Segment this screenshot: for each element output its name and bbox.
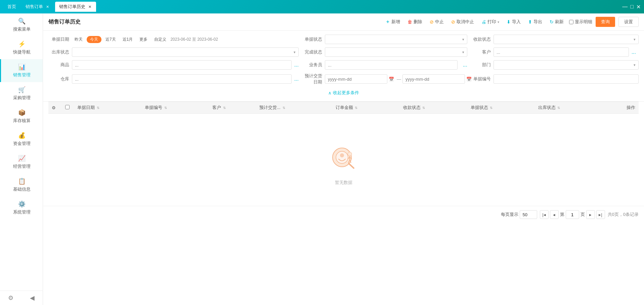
sidebar-bottom: ⚙ ◀ [0,291,43,305]
customer-dots[interactable]: ... [629,49,639,55]
tab-home[interactable]: 首页 [3,2,20,12]
query-button[interactable]: 查询 [596,17,615,27]
calendar-start-icon[interactable]: 📅 [387,77,395,82]
date-1month[interactable]: 近1月 [120,36,136,43]
date-today[interactable]: 今天 [87,36,101,43]
tab-sales-order[interactable]: 销售订单 ✕ [22,2,54,12]
date-custom[interactable]: 自定义 [152,36,169,43]
th-date[interactable]: 单据日期 ⇅ [74,102,141,114]
expected-date-start[interactable] [325,74,387,84]
show-detail-checkbox-label[interactable]: 显示明细 [569,19,592,25]
sidebar-item-finance[interactable]: 💰 资金管理 [0,128,43,151]
last-page-btn[interactable]: ▸| [596,210,605,219]
th-expected-date-label: 预计交货... [259,105,281,110]
data-table: ⚙ 单据日期 ⇅ 单据编号 ⇅ [48,102,639,114]
complete-status-select[interactable]: ▾ [325,47,467,57]
sidebar-item-basic-info[interactable]: 📋 基础信息 [0,174,43,196]
first-page-btn[interactable]: |◂ [540,210,549,219]
delivery-status-label: 出库状态 [48,49,72,55]
svg-line-2 [349,163,354,168]
select-all-checkbox[interactable] [65,105,70,109]
th-order-status[interactable]: 单据状态 ⇅ [467,102,535,114]
delete-button[interactable]: 🗑 删除 [405,17,424,26]
th-operation-label: 操作 [627,105,635,110]
sort-amount-icon: ⇅ [355,106,357,110]
finance-icon: 💰 [18,132,26,139]
order-no-label: 单据编号 [470,76,493,82]
salesperson-dots[interactable]: ... [460,62,470,68]
sidebar-item-operation[interactable]: 📈 经营管理 [0,151,43,174]
filter-order-no-col: 单据编号 [470,74,639,84]
page-size-dropdown[interactable]: 50 100 200 [520,210,537,219]
order-no-input[interactable] [493,74,639,84]
table-settings-icon[interactable]: ⚙ [52,105,56,110]
th-settings[interactable]: ⚙ [48,102,62,114]
page-number-input[interactable] [566,210,579,219]
customer-input[interactable] [493,47,629,57]
th-checkbox [62,102,74,114]
sidebar-collapse-btn[interactable]: ◀ [30,294,35,302]
date-7days[interactable]: 近7天 [103,36,119,43]
tab-sales-order-close[interactable]: ✕ [45,4,50,9]
th-amount[interactable]: 订单金额 ⇅ [332,102,400,114]
dept-select[interactable]: ▾ [493,60,639,70]
warehouse-input[interactable] [72,74,292,84]
sidebar-item-inventory[interactable]: 📦 库存核算 [0,105,43,128]
date-more[interactable]: 更多 [137,36,150,43]
empty-text: 暂无数据 [335,180,352,186]
expected-date-end[interactable] [402,74,465,84]
tab-sales-order-history-close[interactable]: ✕ [87,4,92,9]
sidebar-settings-btn[interactable]: ⚙ [8,294,13,302]
sidebar-item-quick-nav[interactable]: ⚡ 快捷导航 [0,36,43,59]
refresh-button[interactable]: ↻ 刷新 [548,17,566,26]
page-label: 第 [560,212,564,218]
search-menu-icon: 🔍 [18,17,26,25]
sidebar-item-sales-mgmt[interactable]: 📊 销售管理 [0,59,43,82]
dept-arrow-icon: ▾ [634,63,636,67]
th-customer[interactable]: 客户 ⇅ [209,102,256,114]
show-detail-checkbox[interactable] [569,20,573,24]
stop-button[interactable]: ⊘ 中止 [428,17,446,26]
tab-sales-order-history[interactable]: 销售订单历史 ✕ [55,2,96,12]
prev-page-btn[interactable]: ◂ [550,210,559,219]
stop-label: 中止 [435,19,444,25]
collapse-bar[interactable]: ∧ 收起更多条件 [48,88,639,97]
dept-label: 部门 [470,62,493,68]
sidebar-item-basic-info-label: 基础信息 [13,186,31,192]
add-button[interactable]: ＋ 新增 [383,17,402,26]
window-minimize[interactable]: — [622,4,628,10]
next-page-btn[interactable]: ▸ [586,210,595,219]
filter-row-1: 单据日期 昨天 今天 近7天 近1月 更多 自定义 2023-06-02 至 2… [48,35,639,44]
goods-input[interactable] [72,60,292,70]
cancel-stop-button[interactable]: ⊘ 取消中止 [449,17,476,26]
th-payment-status[interactable]: 收款状态 ⇅ [400,102,467,114]
sidebar-item-search-menu[interactable]: 🔍 搜索菜单 [0,13,43,36]
stop-icon: ⊘ [430,19,434,25]
sidebar-item-purchase-mgmt[interactable]: 🛒 采购管理 [0,82,43,105]
th-order-no[interactable]: 单据编号 ⇅ [141,102,209,114]
goods-dots[interactable]: ... [292,62,301,68]
warehouse-dots[interactable]: ... [292,76,301,82]
delete-icon: 🗑 [407,19,412,25]
delivery-status-select[interactable]: ▾ [72,47,299,57]
export-button[interactable]: ⬆ 导出 [526,17,544,26]
cancel-stop-icon: ⊘ [451,19,455,25]
import-icon: ⬇ [507,19,511,25]
window-close[interactable]: ✕ [636,4,641,10]
th-delivery-status[interactable]: 出库状态 ⇅ [535,102,602,114]
date-yesterday[interactable]: 昨天 [72,36,85,43]
import-button[interactable]: ⬇ 导入 [505,17,523,26]
order-status-select[interactable]: ▾ [325,35,467,44]
salesperson-input[interactable] [325,60,458,70]
export-icon: ⬆ [528,19,532,25]
settings-button[interactable]: 设置 [618,17,639,27]
payment-status-arrow-icon: ▾ [634,37,636,42]
print-button[interactable]: 🖨 打印 ▾ [479,17,501,26]
window-maximize[interactable]: □ [630,4,634,10]
filter-order-status-col: 单据状态 ▾ [301,35,470,44]
sidebar-item-sys-mgmt[interactable]: ⚙️ 系统管理 [0,196,43,219]
payment-status-select[interactable]: ▾ [493,35,639,44]
sidebar-item-quick-nav-label: 快捷导航 [13,49,31,55]
empty-illustration [327,141,360,174]
th-expected-date[interactable]: 预计交货... ⇅ [256,102,332,114]
